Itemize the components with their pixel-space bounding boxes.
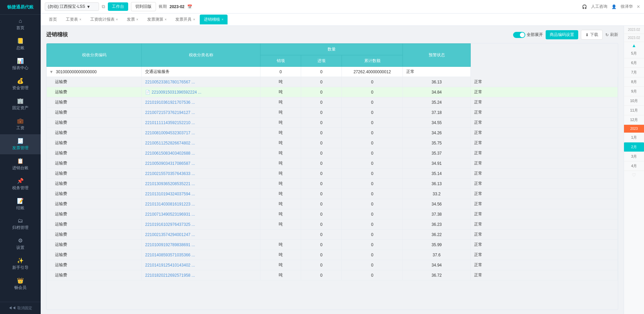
tab-close-icon[interactable]: × — [79, 18, 81, 21]
sidebar-item-home[interactable]: ⌂ 首页 — [0, 15, 41, 34]
tab-invoice[interactable]: 发票 × — [123, 15, 142, 24]
sidebar-item-tax[interactable]: 📌 税务管理 — [0, 174, 41, 194]
refresh-button[interactable]: ↻ 刷新 — [605, 32, 618, 38]
sidebar-item-guide[interactable]: ✨ 新手引导 — [0, 254, 41, 274]
year-prev-item[interactable]: 2023.02 — [624, 26, 644, 34]
right-panel: 2023.02 2023.02 ▲ 5月 6月 7月 8月 9月 10月 11月… — [624, 26, 644, 314]
cell-purchase: 0 — [342, 199, 403, 209]
month-3[interactable]: 3月 — [624, 152, 644, 161]
month-12[interactable]: 12月 — [624, 115, 644, 125]
cell-item-name: 运输费 — [47, 77, 142, 87]
sidebar-item-settle[interactable]: 📝 结账 — [0, 194, 41, 214]
year-2023[interactable]: 2023 — [624, 125, 644, 133]
tab-invoice-open[interactable]: 发票开具 × — [171, 15, 199, 24]
cell-item-name: 运输费 — [47, 148, 142, 158]
month-4[interactable]: 4月 — [624, 161, 644, 171]
month-7[interactable]: 7月 — [624, 68, 644, 77]
member-icon: 👑 — [17, 277, 24, 284]
cell-sales: 0 — [301, 260, 342, 270]
cell-code: 22100721573762194127 ... — [142, 107, 260, 118]
sidebar-item-ledger[interactable]: 📒 总账 — [0, 34, 41, 54]
cell-purchase: 0 — [342, 87, 403, 97]
month-8[interactable]: 8月 — [624, 77, 644, 87]
cell-purchase: 0 — [342, 270, 403, 280]
tab-reconcile[interactable]: 进销稽核 × — [200, 15, 228, 24]
month-6[interactable]: 6月 — [624, 58, 644, 68]
tab-home[interactable]: 首页 — [45, 15, 61, 24]
month-2-active[interactable]: 2月 — [624, 142, 644, 152]
table-row: 运输费 22100523381780176567 ... 吨 0 0 36.13… — [47, 77, 618, 87]
settings-icon: ⚙ — [18, 237, 23, 244]
close-button[interactable]: × — [637, 4, 640, 10]
sidebar-item-assets[interactable]: 🏢 固定资产 — [0, 94, 41, 114]
table-row: 运输费 22100509034317086587 ... 吨 0 0 34.91… — [47, 158, 618, 169]
invoice-icon: 🧾 — [17, 138, 24, 144]
month-10[interactable]: 10月 — [624, 96, 644, 106]
scroll-up-icon[interactable]: ▲ — [624, 42, 644, 49]
col-cumulative: 累计数额 — [342, 55, 403, 67]
tab-invoice-calc[interactable]: 发票测算 × — [143, 15, 171, 24]
cell-code: 22101910361921707536 ... — [142, 97, 260, 107]
sidebar-item-invoice[interactable]: 🧾 发票管理 — [0, 134, 41, 154]
cell-cumulative: 35.24 — [403, 97, 471, 107]
tab-salary-table[interactable]: 工资表 × — [62, 15, 85, 24]
tab-salary-stats[interactable]: 工资统计报表 × — [86, 15, 122, 24]
sidebar-item-salary[interactable]: 💼 工资 — [0, 114, 41, 134]
sidebar-item-archive[interactable]: 🗂 归档管理 — [0, 214, 41, 234]
sidebar-item-member[interactable]: 👑 畅会员 — [0, 274, 41, 294]
product-settings-button[interactable]: 商品编码设置 — [546, 30, 578, 39]
cell-sales: 0 — [301, 199, 342, 209]
company-selector[interactable]: (勿动) 江西报宝-LSS ▼ — [45, 2, 99, 11]
cell-sales: 0 — [301, 148, 342, 158]
tab-close-icon[interactable]: × — [116, 18, 118, 21]
month-5[interactable]: 5月 — [624, 49, 644, 58]
cell-status: 正常 — [471, 107, 618, 118]
cell-purchase: 0 — [342, 169, 403, 179]
support-label[interactable]: 人工咨询 — [591, 4, 607, 9]
username[interactable]: 徐泽华 — [621, 4, 633, 9]
group-code-text: 301000000000000000 — [56, 70, 97, 74]
tab-home-label: 首页 — [49, 17, 57, 22]
month-1[interactable]: 1月 — [624, 133, 644, 142]
cell-cumulative: 37.38 — [403, 209, 471, 219]
month-11[interactable]: 11月 — [624, 106, 644, 115]
tabbar: 首页 工资表 × 工资统计报表 × 发票 × 发票测算 × 发票开具 × 进销稽… — [41, 14, 644, 26]
main-area: (勿动) 江西报宝-LSS ▼ ⧉ 工作台 切到旧版 账期 2023-02 📅 … — [41, 0, 644, 314]
cell-purchase: 0 — [342, 138, 403, 148]
cell-cumulative: 27262.40000000012 — [342, 67, 403, 77]
cell-item-name: 运输费 — [47, 97, 142, 107]
assets-icon: 🏢 — [17, 98, 24, 104]
page-header: 进销稽核 全部展开 商品编码设置 ⬇ 下载 ↻ 刷新 — [46, 30, 618, 40]
sidebar-item-funds[interactable]: 💰 资金管理 — [0, 74, 41, 94]
sidebar-item-reports[interactable]: 📊 报表中心 — [0, 54, 41, 74]
cell-item-name: 运输费 — [47, 219, 142, 230]
tab-close-icon[interactable]: × — [165, 18, 167, 21]
workspace-button[interactable]: 工作台 — [108, 2, 128, 11]
year-prev-item-2[interactable]: 2023.02 — [624, 34, 644, 42]
switch-version-button[interactable]: 切到旧版 — [131, 2, 156, 11]
unpin-button[interactable]: ◀◀ 取消固定 — [0, 302, 41, 314]
cell-purchase: 0 — [342, 189, 403, 199]
sidebar-item-settings[interactable]: ⚙ 设置 — [0, 234, 41, 254]
cell-status: 正常 — [471, 97, 618, 107]
cell-code: 📄22100915031396592224 ... — [142, 87, 260, 97]
heart-icon: ♡ — [624, 171, 644, 179]
copy-icon[interactable]: ⧉ — [102, 4, 105, 9]
expand-toggle[interactable] — [513, 32, 525, 38]
cell-unit: 吨 — [260, 107, 301, 118]
cell-unit: 吨 — [260, 97, 301, 107]
table-row: 运输费 22101314030816191223 ... 吨 0 0 34.56… — [47, 199, 618, 209]
month-9[interactable]: 9月 — [624, 87, 644, 96]
cell-unit: 吨 — [260, 260, 301, 270]
calendar-icon[interactable]: 📅 — [187, 4, 192, 9]
cell-code: 22101419125410143402 ... — [142, 260, 260, 270]
sidebar-item-sales[interactable]: 📋 进销台账 — [0, 154, 41, 174]
tab-close-icon[interactable]: × — [136, 18, 138, 21]
sidebar-item-label: 税务管理 — [12, 185, 28, 191]
cell-sales: 0 — [301, 77, 342, 87]
tab-close-icon[interactable]: × — [221, 18, 223, 21]
tab-close-icon[interactable]: × — [193, 18, 195, 21]
sidebar: 畅捷通易代账 ⌂ 首页 📒 总账 📊 报表中心 💰 资金管理 🏢 固定资产 💼 … — [0, 0, 41, 314]
download-button[interactable]: ⬇ 下载 — [581, 30, 603, 40]
cell-unit: 吨 — [260, 128, 301, 138]
